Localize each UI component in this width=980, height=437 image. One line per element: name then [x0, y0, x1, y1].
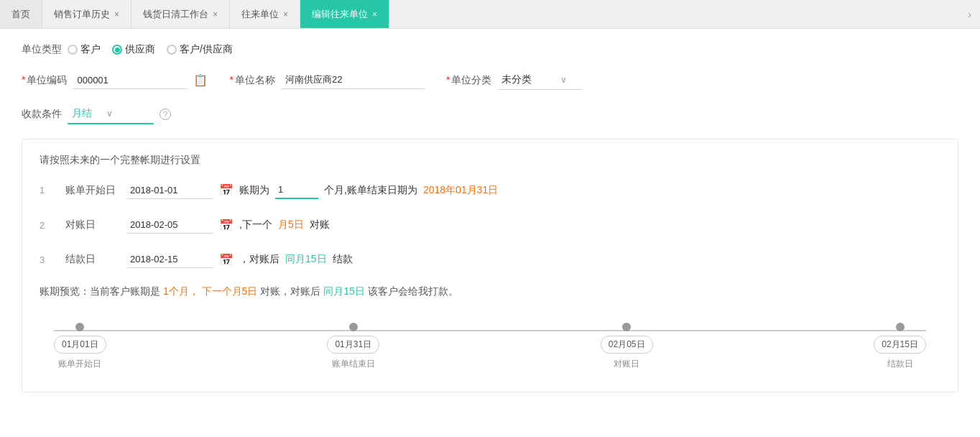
setting-label-1: 账单开始日: [65, 184, 116, 197]
radio-both[interactable]: 客户/供应商: [167, 43, 233, 56]
unit-code-input[interactable]: [73, 72, 188, 89]
collection-condition-label: 收款条件: [22, 108, 62, 121]
setting-value-1: 📅 账期为 个月,账单结束日期为 2018年01月31日: [127, 181, 498, 199]
unit-name-field: *单位名称: [229, 72, 424, 89]
setting-value-2: 📅 ,下一个 月5日 对账: [127, 216, 330, 234]
payment-date-input[interactable]: [127, 251, 213, 268]
preview-reconcile: 下一个月5日: [202, 285, 258, 297]
tab-edit-partner[interactable]: 编辑往来单位 ×: [300, 0, 389, 28]
reconcile-highlight: 月5日: [278, 218, 304, 231]
tab-home-label: 首页: [11, 8, 30, 21]
preview-period: 1个月，: [163, 285, 199, 297]
tab-edit-partner-label: 编辑往来单位: [312, 8, 368, 21]
preview-label: 账期预览：当前客户账期是: [40, 285, 160, 297]
radio-customer-label: 客户: [80, 43, 101, 56]
unit-class-value: 未分类: [501, 73, 532, 86]
unit-code-field: *单位编码 📋: [22, 72, 208, 89]
help-icon[interactable]: ?: [160, 109, 171, 120]
timeline-dot-1: [75, 323, 84, 331]
reconcile-prefix: ,下一个: [239, 218, 272, 231]
timeline-dot-3: [622, 323, 631, 331]
unit-code-required: *: [22, 74, 25, 86]
collection-condition-value: 月结: [72, 107, 92, 120]
period-end-date: 2018年01月31日: [423, 184, 498, 197]
unit-name-input[interactable]: [281, 72, 425, 89]
setting-num-1: 1: [40, 185, 54, 196]
tab-more-button[interactable]: ›: [959, 9, 980, 20]
payment-suffix: 结款: [333, 253, 353, 266]
unit-type-field: 单位类型 客户 供应商 客户/供应商: [22, 43, 233, 56]
radio-customer[interactable]: 客户: [68, 43, 101, 56]
collection-condition-select[interactable]: 月结 ∨: [68, 104, 154, 124]
reconcile-suffix: 对账: [310, 218, 330, 231]
tab-sales-history-label: 销售订单历史: [54, 8, 110, 21]
unit-code-label: *单位编码: [22, 74, 67, 87]
preview-end: 该客户会给我打款。: [368, 285, 458, 297]
setting-row-1: 1 账单开始日 📅 账期为 个月,账单结束日期为 2018年01月31日: [40, 181, 940, 199]
timeline-node-2: 01月31日 账单结束日: [327, 323, 379, 370]
setting-label-3: 结款日: [65, 253, 116, 266]
radio-supplier-circle: [112, 45, 122, 55]
tab-sales-history[interactable]: 销售订单历史 ×: [42, 0, 131, 28]
collection-condition-field: 收款条件 月结 ∨ ?: [22, 104, 171, 124]
unit-class-select[interactable]: 未分类 ∨: [497, 70, 583, 90]
condition-chevron: ∨: [106, 109, 113, 119]
unit-type-radio-group: 客户 供应商 客户/供应商: [68, 43, 233, 56]
section-title: 请按照未来的一个完整帐期进行设置: [40, 154, 940, 167]
close-edit-partner-icon[interactable]: ×: [372, 9, 377, 19]
preview-middle: 对账，对账后: [260, 285, 320, 297]
tab-home[interactable]: 首页: [0, 0, 42, 28]
setting-num-3: 3: [40, 254, 54, 265]
radio-supplier-label: 供应商: [125, 43, 155, 56]
start-date-cal-icon[interactable]: 📅: [219, 183, 234, 197]
radio-both-label: 客户/供应商: [180, 43, 233, 56]
tab-cash-work[interactable]: 钱货日清工作台 ×: [131, 0, 230, 28]
radio-supplier[interactable]: 供应商: [112, 43, 155, 56]
timeline-label-2: 账单结束日: [332, 358, 375, 370]
close-sales-history-icon[interactable]: ×: [114, 9, 119, 19]
timeline-label-3: 对账日: [614, 358, 639, 370]
tab-partner-label: 往来单位: [241, 8, 279, 21]
setting-row-2: 2 对账日 📅 ,下一个 月5日 对账: [40, 216, 940, 234]
timeline-label-1: 账单开始日: [58, 358, 101, 370]
unit-name-required: *: [229, 74, 233, 86]
start-date-input[interactable]: [127, 182, 213, 199]
period-unit: 个月,账单结束日期为: [324, 184, 417, 197]
payment-highlight: 同月15日: [285, 253, 327, 266]
timeline-node-1: 01月01日 账单开始日: [54, 323, 106, 370]
preview-payment: 同月15日: [323, 285, 365, 297]
unit-type-label: 单位类型: [22, 43, 62, 56]
settings-section: 请按照未来的一个完整帐期进行设置 1 账单开始日 📅 账期为 个月,账单结束日期…: [22, 139, 958, 392]
reconcile-date-cal-icon[interactable]: 📅: [219, 218, 234, 232]
timeline-label-4: 结款日: [887, 358, 913, 370]
timeline-badge-3: 02月05日: [601, 336, 653, 354]
period-label: 账期为: [239, 184, 269, 197]
close-partner-icon[interactable]: ×: [283, 9, 288, 19]
period-input[interactable]: [275, 181, 318, 199]
timeline-dot-4: [896, 323, 905, 331]
unit-class-required: *: [446, 74, 450, 86]
timeline-badge-1: 01月01日: [54, 336, 106, 354]
payment-date-cal-icon[interactable]: 📅: [219, 253, 234, 267]
radio-customer-circle: [68, 45, 78, 55]
tab-partner[interactable]: 往来单位 ×: [230, 0, 300, 28]
setting-num-2: 2: [40, 220, 54, 231]
timeline-badge-4: 02月15日: [874, 336, 926, 354]
unit-code-icon[interactable]: 📋: [193, 73, 208, 87]
unit-class-chevron: ∨: [560, 75, 567, 85]
preview-text: 账期预览：当前客户账期是 1个月， 下一个月5日 对账，对账后 同月15日 该客…: [40, 285, 940, 298]
tab-bar: 首页 销售订单历史 × 钱货日清工作台 × 往来单位 × 编辑往来单位 × ›: [0, 0, 980, 29]
radio-both-circle: [167, 45, 177, 55]
unit-type-row: 单位类型 客户 供应商 客户/供应商: [22, 43, 958, 56]
timeline-dot-2: [349, 323, 358, 331]
unit-name-label: *单位名称: [229, 74, 274, 87]
timeline-badge-2: 01月31日: [327, 336, 379, 354]
setting-row-3: 3 结款日 📅 ，对账后 同月15日 结款: [40, 251, 940, 268]
tab-cash-work-label: 钱货日清工作台: [143, 8, 208, 21]
setting-label-2: 对账日: [65, 218, 116, 231]
timeline: 01月01日 账单开始日 01月31日 账单结束日 02月05日 对账日: [40, 316, 940, 377]
unit-info-row: *单位编码 📋 *单位名称 *单位分类 未分类 ∨: [22, 70, 958, 90]
reconcile-date-input[interactable]: [127, 216, 213, 234]
close-cash-work-icon[interactable]: ×: [213, 9, 218, 19]
unit-class-label: *单位分类: [446, 74, 491, 87]
